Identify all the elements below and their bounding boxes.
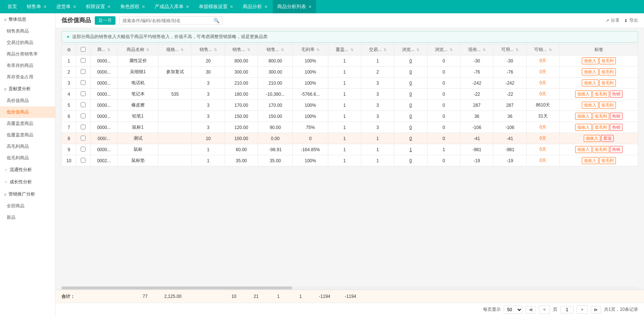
time-filter-button[interactable]: 近一月 bbox=[95, 16, 115, 25]
nav-product-in[interactable]: 产成品入库单 ✕ bbox=[150, 0, 194, 13]
row-checkbox[interactable] bbox=[81, 80, 85, 85]
share-button[interactable]: ↗ 分享 bbox=[606, 17, 620, 24]
browse1-link[interactable]: 0 bbox=[409, 69, 412, 75]
cell-browse1[interactable]: 0 bbox=[394, 67, 427, 78]
sidebar-item-all-products[interactable]: 全部商品 bbox=[0, 200, 55, 212]
cell-checkbox[interactable] bbox=[76, 133, 90, 144]
nav-template-close[interactable]: ✕ bbox=[230, 4, 233, 9]
prev-page-button[interactable]: ＜ bbox=[539, 305, 550, 314]
sidebar-group-contribution[interactable]: ∨ 贡献度分析 bbox=[0, 83, 55, 95]
cell-browse1[interactable]: 0 bbox=[394, 133, 427, 144]
cell-checkbox[interactable] bbox=[76, 122, 90, 133]
row-checkbox[interactable] bbox=[81, 69, 85, 74]
sidebar-group-flow[interactable]: ＞ 流通性分析 bbox=[0, 164, 55, 176]
cell-browse1[interactable]: 0 bbox=[394, 100, 427, 111]
row-checkbox[interactable] bbox=[81, 136, 85, 140]
cell-browse1[interactable]: 0 bbox=[394, 55, 427, 67]
col-name[interactable]: 商品名称 ⇅ bbox=[118, 44, 158, 55]
cell-browse1[interactable]: 0 bbox=[394, 78, 427, 89]
nav-analysis-list-close[interactable]: ✕ bbox=[308, 4, 312, 9]
sidebar-item-high-margin[interactable]: 高毛利商品 bbox=[0, 141, 55, 152]
browse1-link[interactable]: 1 bbox=[409, 147, 412, 152]
nav-sales-close[interactable]: ✕ bbox=[43, 4, 47, 9]
sidebar-item-traded[interactable]: 交易过的商品 bbox=[0, 37, 55, 48]
cell-checkbox[interactable] bbox=[76, 55, 90, 67]
nav-analysis[interactable]: 商品分析 ✕ bbox=[238, 0, 272, 13]
nav-permission[interactable]: 权限设置 ✕ bbox=[81, 0, 115, 13]
cell-checkbox[interactable] bbox=[76, 89, 90, 100]
sidebar-item-stock-capital[interactable]: 库存资金占用 bbox=[0, 71, 55, 83]
last-page-button[interactable]: ⊳ bbox=[591, 306, 601, 313]
sidebar-item-high-coverage[interactable]: 高覆盖度商品 bbox=[0, 118, 55, 129]
nav-purchase-close[interactable]: ✕ bbox=[73, 4, 76, 9]
col-available[interactable]: 可用... ⇅ bbox=[493, 44, 526, 55]
col-checkbox[interactable] bbox=[76, 44, 90, 55]
col-gross-rate[interactable]: 毛利率 ⇅ bbox=[293, 44, 328, 55]
row-checkbox[interactable] bbox=[81, 125, 85, 129]
cell-browse1[interactable]: 0 bbox=[394, 89, 427, 100]
sidebar-item-high-value[interactable]: 高价值商品 bbox=[0, 95, 55, 106]
search-box[interactable]: 🔍 bbox=[119, 16, 223, 25]
search-icon[interactable]: 🔍 bbox=[214, 18, 219, 23]
next-page-button[interactable]: ＞ bbox=[577, 305, 588, 314]
cell-checkbox[interactable] bbox=[76, 144, 90, 155]
browse1-link[interactable]: 0 bbox=[409, 103, 412, 108]
row-checkbox[interactable] bbox=[81, 147, 85, 152]
export-button[interactable]: ⬇ 导出 bbox=[624, 17, 638, 24]
cell-checkbox[interactable] bbox=[76, 155, 90, 166]
browse1-link[interactable]: 0 bbox=[409, 114, 412, 119]
nav-product-in-close[interactable]: ✕ bbox=[186, 4, 189, 9]
sidebar-group-overall[interactable]: ∨ 整体信息 bbox=[0, 13, 55, 26]
cell-checkbox[interactable] bbox=[76, 111, 90, 122]
page-number-input[interactable] bbox=[560, 306, 574, 313]
cell-checkbox[interactable] bbox=[76, 78, 90, 89]
browse1-link[interactable]: 0 bbox=[409, 125, 412, 130]
col-coverage[interactable]: 覆盖... ⇅ bbox=[328, 44, 361, 55]
cell-browse1[interactable]: 0 bbox=[394, 111, 427, 122]
nav-analysis-list[interactable]: 商品分析列表 ✕ bbox=[273, 0, 316, 13]
browse1-link[interactable]: 0 bbox=[409, 136, 412, 141]
col-browse2[interactable]: 浏览... ⇅ bbox=[427, 44, 460, 55]
col-sales-amount[interactable]: 销售... ⇅ bbox=[225, 44, 258, 55]
row-checkbox[interactable] bbox=[81, 158, 85, 163]
row-checkbox[interactable] bbox=[81, 102, 85, 107]
sidebar-item-low-value[interactable]: 低价值商品 bbox=[0, 106, 55, 118]
horizontal-scrollbar[interactable] bbox=[61, 286, 638, 289]
col-settings[interactable]: ⚙ bbox=[62, 44, 76, 55]
col-transaction[interactable]: 交易... ⇅ bbox=[361, 44, 394, 55]
first-page-button[interactable]: ⊲ bbox=[526, 306, 536, 313]
col-sellable[interactable]: 可销... ⇅ bbox=[526, 44, 559, 55]
sidebar-group-marketing[interactable]: ∨ 营销推广分析 bbox=[0, 188, 55, 200]
table-wrapper[interactable]: ⚙ 商... ⇅ 商品名称 ⇅ 规格... ⇅ 销售... ⇅ 销售... ⇅ … bbox=[56, 44, 644, 286]
sidebar-item-new-products[interactable]: 新品 bbox=[0, 212, 55, 223]
nav-analysis-close[interactable]: ✕ bbox=[264, 4, 268, 9]
search-input[interactable] bbox=[123, 18, 214, 23]
sidebar-item-category-rate[interactable]: 商品分类销售率 bbox=[0, 48, 55, 60]
sidebar-item-low-margin[interactable]: 低毛利商品 bbox=[0, 152, 55, 164]
row-checkbox[interactable] bbox=[81, 113, 85, 118]
scrollbar-thumb[interactable] bbox=[61, 286, 292, 289]
sidebar-group-growth[interactable]: ＞ 成长性分析 bbox=[0, 176, 55, 188]
cell-browse1[interactable]: 1 bbox=[394, 144, 427, 155]
col-sales-qty[interactable]: 销售... ⇅ bbox=[192, 44, 225, 55]
cell-browse1[interactable]: 0 bbox=[394, 122, 427, 133]
col-spec[interactable]: 规格... ⇅ bbox=[158, 44, 192, 55]
select-all-checkbox[interactable] bbox=[81, 47, 85, 52]
col-sales-avg[interactable]: 销售... ⇅ bbox=[258, 44, 293, 55]
col-code[interactable]: 商... ⇅ bbox=[90, 44, 118, 55]
page-size-select[interactable]: 50 100 bbox=[504, 306, 523, 314]
nav-home[interactable]: 首页 bbox=[3, 0, 21, 13]
sidebar-item-low-coverage[interactable]: 低覆盖度商品 bbox=[0, 129, 55, 141]
browse1-link[interactable]: 0 bbox=[409, 81, 412, 86]
nav-permission-close[interactable]: ✕ bbox=[107, 4, 111, 9]
nav-role[interactable]: 角色授权 ✕ bbox=[116, 0, 150, 13]
cell-checkbox[interactable] bbox=[76, 100, 90, 111]
col-browse1[interactable]: 浏览... ⇅ bbox=[394, 44, 427, 55]
browse1-link[interactable]: 0 bbox=[409, 92, 412, 97]
sidebar-item-with-stock[interactable]: 有库存的商品 bbox=[0, 60, 55, 71]
row-checkbox[interactable] bbox=[81, 58, 85, 63]
cell-browse1[interactable]: 0 bbox=[394, 155, 427, 166]
col-current-stock[interactable]: 现有... ⇅ bbox=[460, 44, 493, 55]
row-checkbox[interactable] bbox=[81, 91, 85, 96]
cell-checkbox[interactable] bbox=[76, 67, 90, 78]
